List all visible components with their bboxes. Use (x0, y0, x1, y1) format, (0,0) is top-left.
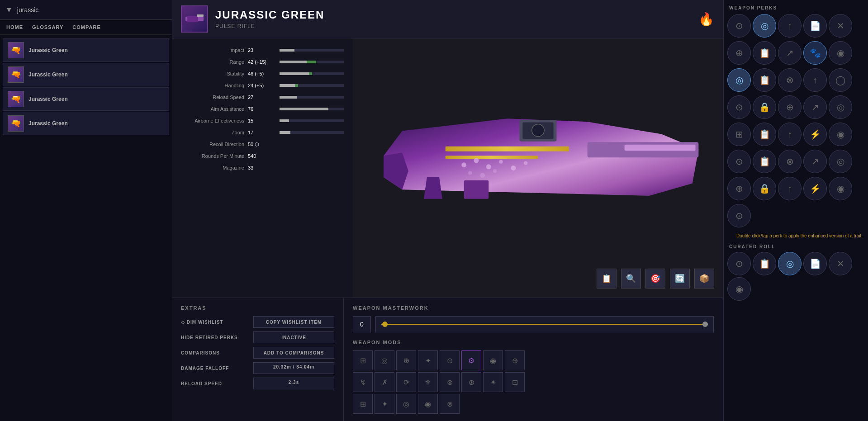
mod-slot[interactable]: ↯ (353, 372, 373, 392)
perk-slot[interactable]: 📋 (753, 123, 776, 146)
mod-slot[interactable]: ⊙ (440, 350, 460, 370)
mod-slot[interactable]: ✴ (483, 372, 503, 392)
curated-perk-slot[interactable]: ◎ (778, 252, 802, 275)
perk-slot[interactable]: 📋 (753, 41, 776, 65)
perk-slot[interactable]: ↑ (778, 177, 802, 200)
mod-slot[interactable]: ⊞ (353, 394, 373, 414)
perk-slot[interactable]: ↑ (778, 123, 802, 146)
mod-slot[interactable]: ◉ (483, 350, 503, 370)
curated-grid: ⊙ 📋 ◎ 📄 ✕ ◉ (727, 252, 864, 301)
perk-slot[interactable]: ◎ (727, 68, 751, 92)
add-to-comparisons-button[interactable]: ADD TO COMPARISONS (253, 347, 334, 359)
perk-slot[interactable]: 📄 (803, 14, 827, 38)
weapon-header: JURASSIC GREEN PULSE RIFLE 🔥 (172, 0, 723, 38)
perk-slot[interactable]: 📋 (753, 68, 776, 92)
notes-button[interactable]: 📋 (597, 269, 617, 289)
mod-slot[interactable]: ⚜ (418, 372, 438, 392)
sidebar-item-label: Jurassic Green (28, 120, 68, 127)
perk-slot[interactable]: 🔒 (753, 177, 776, 200)
perk-slot[interactable]: 🔒 (753, 95, 776, 119)
copy-wishlist-button[interactable]: COPY WISHLIST ITEM (253, 316, 334, 328)
mod-slot[interactable]: ⟳ (396, 372, 416, 392)
perk-slot[interactable]: ↗ (803, 150, 827, 173)
mod-slot[interactable]: ⊕ (505, 350, 525, 370)
vault-button[interactable]: 📦 (694, 269, 714, 289)
perk-slot[interactable]: 📋 (753, 150, 776, 173)
mod-slot[interactable]: ◎ (396, 394, 416, 414)
falloff-value: 20.32m / 34.04m (253, 362, 334, 374)
masterwork-slider[interactable] (375, 316, 714, 332)
perks-grid-row5: ⊞ 📋 ↑ ⚡ ◉ (727, 123, 864, 146)
perk-slot[interactable]: ◉ (829, 41, 852, 65)
perk-slot[interactable]: ◎ (753, 14, 776, 38)
perk-slot[interactable]: ◯ (829, 68, 852, 92)
flame-icon: 🔥 (698, 12, 714, 27)
perk-slot[interactable]: ⊗ (778, 68, 802, 92)
mod-slot[interactable]: ⊡ (505, 372, 525, 392)
mod-slot[interactable]: ⊕ (396, 350, 416, 370)
perk-slot[interactable]: ◎ (829, 150, 852, 173)
list-item[interactable]: 🔫 Jurassic Green (3, 38, 169, 62)
list-item[interactable]: 🔫 Jurassic Green (3, 63, 169, 86)
svg-point-13 (474, 158, 479, 163)
perk-slot[interactable]: ⊗ (778, 150, 802, 173)
perks-grid-row8: ⊙ (727, 204, 864, 227)
curated-perk-slot[interactable]: ✕ (829, 252, 852, 275)
perk-slot[interactable]: ◉ (829, 177, 852, 200)
mod-slot[interactable]: ✦ (375, 394, 394, 414)
perk-slot[interactable]: 🐾 (803, 41, 827, 65)
perk-slot[interactable]: ⊕ (727, 41, 751, 65)
rotate-button[interactable]: 🔄 (670, 269, 690, 289)
perk-slot[interactable]: ↑ (803, 68, 827, 92)
perk-slot[interactable]: ⊙ (727, 204, 751, 227)
stat-row: Range 42 (+15) (181, 57, 344, 66)
mod-slot[interactable]: ◉ (418, 394, 438, 414)
masterwork-title: WEAPON MASTERWORK (353, 305, 714, 311)
curated-perk-slot[interactable]: ◉ (727, 277, 751, 301)
extra-label-falloff: DAMAGE FALLOFF (181, 366, 249, 371)
stat-bar-container (280, 72, 344, 75)
list-item[interactable]: 🔫 Jurassic Green (3, 87, 169, 111)
perk-slot[interactable]: ⊞ (727, 123, 751, 146)
nav-home[interactable]: HOME (5, 23, 24, 32)
perk-slot[interactable]: ◎ (829, 95, 852, 119)
curated-perk-slot[interactable]: 📋 (753, 252, 776, 275)
mod-slot[interactable]: ◎ (375, 350, 394, 370)
perk-slot[interactable]: ⊕ (778, 95, 802, 119)
mod-slot[interactable]: ⊗ (440, 372, 460, 392)
masterwork-value: 0 (353, 316, 371, 332)
nav-compare[interactable]: COMPARE (71, 23, 101, 32)
mod-slot[interactable]: ⊛ (461, 372, 481, 392)
weapon-thumbnail: 🔫 (8, 115, 24, 132)
perk-slot[interactable]: ↑ (778, 14, 802, 38)
perk-slot[interactable]: ✕ (829, 14, 852, 38)
perk-slot[interactable]: ⚡ (803, 177, 827, 200)
curated-perk-slot[interactable]: ⊙ (727, 252, 751, 275)
curated-perk-slot[interactable]: 📄 (803, 252, 827, 275)
perk-slot[interactable]: ↗ (778, 41, 802, 65)
mod-slot[interactable]: ✦ (418, 350, 438, 370)
inspect-button[interactable]: 🔍 (621, 269, 641, 289)
perk-slot[interactable]: ⚡ (803, 123, 827, 146)
mod-slot[interactable]: ⊞ (353, 350, 373, 370)
perk-slot[interactable]: ⊙ (727, 150, 751, 173)
stat-bar-container (280, 119, 344, 122)
sidebar-header: ▼ (0, 0, 172, 20)
target-button[interactable]: 🎯 (645, 269, 665, 289)
mod-slot[interactable]: ✗ (375, 372, 394, 392)
perk-slot[interactable]: ⊕ (727, 177, 751, 200)
stat-bar-container (280, 131, 344, 134)
weapon-type: PULSE RIFLE (215, 23, 324, 29)
perk-slot[interactable]: ◉ (829, 123, 852, 146)
svg-point-17 (524, 161, 527, 165)
search-input[interactable] (17, 6, 166, 14)
inactive-button[interactable]: INACTIVE (253, 331, 334, 343)
mod-slot[interactable]: ⚙ (461, 350, 481, 370)
perk-slot[interactable]: ⊙ (727, 95, 751, 119)
nav-glossary[interactable]: GLOSSARY (31, 23, 64, 32)
mod-slot[interactable]: ⊗ (440, 394, 460, 414)
perk-slot[interactable]: ⊙ (727, 14, 751, 38)
perk-slot[interactable]: ↗ (803, 95, 827, 119)
list-item[interactable]: 🔫 Jurassic Green (3, 112, 169, 135)
stat-bar-container (280, 96, 344, 99)
